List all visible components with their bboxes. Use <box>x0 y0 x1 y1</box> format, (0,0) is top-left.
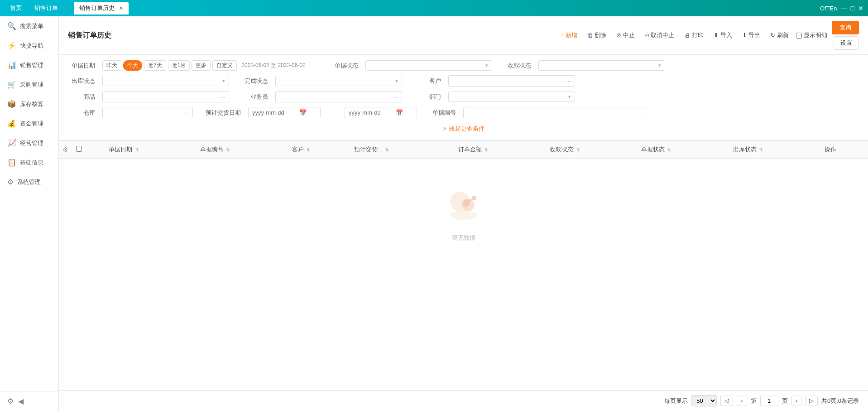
tab-home[interactable]: 首页 <box>5 4 27 12</box>
salesman-input[interactable]: ··· <box>275 91 402 102</box>
minimize-icon[interactable]: — <box>841 5 847 12</box>
date-btn-yesterday[interactable]: 昨天 <box>102 60 121 71</box>
delete-button[interactable]: 🗑 删除 <box>585 29 609 41</box>
sidebar-collapse-icon[interactable]: ◀ <box>18 397 24 406</box>
set-button[interactable]: 设置 <box>834 36 859 50</box>
sidebar-item-search-menu[interactable]: 🔍 搜索菜单 <box>0 16 58 36</box>
table-settings-icon[interactable]: ⚙ <box>62 146 68 153</box>
delivery-date-to[interactable]: 📅 <box>345 107 417 118</box>
window-close-icon[interactable]: ✕ <box>858 5 863 12</box>
sidebar-item-sys-mgmt[interactable]: ⚙ 系统管理 <box>0 172 58 192</box>
sort-delivery-status-icon[interactable]: ⇅ <box>759 147 762 152</box>
dept-select[interactable]: ▾ <box>448 92 575 102</box>
tab-sales-order-history-label: 销售订单历史 <box>79 4 115 12</box>
new-button[interactable]: + 新增 <box>557 29 580 41</box>
delivery-status-select[interactable]: ▾ <box>102 76 229 86</box>
order-status-select[interactable]: ▾ <box>365 60 492 71</box>
complete-status-select[interactable]: ▾ <box>275 76 402 86</box>
sort-date-icon[interactable]: ⇅ <box>135 147 139 152</box>
sort-delivery-date-icon[interactable]: ⇅ <box>385 147 389 152</box>
customer-input[interactable]: ··· <box>448 75 575 87</box>
total-records: 共0页,0条记录 <box>821 397 859 405</box>
date-label: 单据日期 <box>68 62 95 70</box>
sort-receipt-status-icon[interactable]: ⇅ <box>576 147 580 152</box>
page-number-input[interactable] <box>760 396 778 406</box>
th-delivery-date-label: 预计交货... <box>354 146 383 153</box>
filter-date-group: 昨天 今天 近7天 近1月 更多 自定义 2023-06-02 至 2023-0… <box>102 60 306 71</box>
query-button[interactable]: 查询 <box>832 21 859 34</box>
sort-customer-icon[interactable]: ⇅ <box>306 147 310 152</box>
collapse-row[interactable]: ∧ 收起更多条件 <box>68 123 859 135</box>
empty-area: 暂无数据 <box>59 159 868 269</box>
tab-sales-order-history-close[interactable]: ✕ <box>119 5 123 11</box>
complete-label: 完成状态 <box>241 77 268 85</box>
page-unit-label: 页 <box>782 397 788 405</box>
delivery-date-from[interactable]: 📅 <box>248 107 321 118</box>
svg-point-5 <box>472 196 476 200</box>
date-btn-custom[interactable]: 自定义 <box>212 60 237 71</box>
select-all-checkbox[interactable] <box>76 146 82 152</box>
sidebar-item-quick-nav[interactable]: ⚡ 快捷导航 <box>0 36 58 55</box>
tab-sales-order-history[interactable]: 销售订单历史 ✕ <box>74 2 129 15</box>
next-page-button[interactable]: › <box>791 396 801 406</box>
th-order-status-label: 单据状态 <box>641 146 665 153</box>
calendar-to-icon: 📅 <box>396 109 403 116</box>
sort-order-no-icon[interactable]: ⇅ <box>226 147 230 152</box>
sort-amount-icon[interactable]: ⇅ <box>484 147 488 152</box>
sidebar-bottom: ⚙ ◀ <box>0 391 58 411</box>
sidebar-item-sales-mgmt[interactable]: 📊 销售管理 <box>0 55 58 75</box>
tab-sales-order[interactable]: 销售订单 ✕ <box>29 2 72 15</box>
table-area: ⚙ 单据日期 ⇅ 单据编号 ⇅ <box>59 140 868 390</box>
refresh-button[interactable]: ↻ 刷新 <box>767 29 791 41</box>
warehouse-input[interactable]: ··· <box>102 107 193 118</box>
page-size-select[interactable]: 50 10 20 100 <box>691 395 717 406</box>
sidebar-item-capital-mgmt[interactable]: 💰 资金管理 <box>0 114 58 133</box>
tab-sales-order-close[interactable]: ✕ <box>62 5 67 11</box>
svg-point-0 <box>450 211 477 220</box>
date-btn-1month[interactable]: 近1月 <box>168 60 190 71</box>
sidebar-item-inventory[interactable]: 📦 库存核算 <box>0 94 58 114</box>
salesman-label: 业务员 <box>241 93 268 101</box>
export-button[interactable]: ⬇ 导出 <box>739 29 763 41</box>
print-button[interactable]: 🖨 打印 <box>682 29 707 41</box>
cancel-stop-button[interactable]: ⊙ 取消中止 <box>642 29 677 41</box>
complete-status-arrow: ▾ <box>395 78 398 84</box>
search-menu-icon: 🔍 <box>7 22 16 30</box>
date-btn-today[interactable]: 今天 <box>123 60 142 71</box>
date-btn-more[interactable]: 更多 <box>192 60 211 71</box>
last-page-button[interactable]: ▷ <box>805 396 818 406</box>
th-amount-label: 订单金额 <box>458 146 482 153</box>
th-amount: 订单金额 ⇅ <box>455 141 546 159</box>
sys-mgmt-icon: ⚙ <box>7 178 14 186</box>
stop-button[interactable]: ⊘ 中止 <box>614 29 638 41</box>
toolbar: + 新增 🗑 删除 ⊘ 中止 ⊙ 取消中止 🖨 打印 ⬆ 导入 ⬇ 导出 ↻ 刷… <box>557 21 859 50</box>
sidebar-item-ops-mgmt[interactable]: 📈 经营管理 <box>0 133 58 153</box>
delivery-date-from-input[interactable] <box>252 109 297 116</box>
delivery-date-to-input[interactable] <box>349 109 394 116</box>
first-page-button[interactable]: ◁ <box>720 396 733 406</box>
import-button[interactable]: ⬆ 导入 <box>711 29 735 41</box>
th-order-status: 单据状态 ⇅ <box>638 141 729 159</box>
page-title: 销售订单历史 <box>68 31 111 40</box>
display-detail-checkbox[interactable]: 显示明细 <box>796 31 827 39</box>
sidebar-item-purchase-mgmt[interactable]: 🛒 采购管理 <box>0 75 58 94</box>
pagination: 每页显示 50 10 20 100 ◁ ‹ 第 页 › ▷ 共0页,0条记录 <box>59 390 868 411</box>
quick-nav-icon: ⚡ <box>7 41 16 50</box>
maximize-icon[interactable]: □ <box>851 5 854 12</box>
goods-input[interactable]: ··· <box>102 91 229 102</box>
display-detail-input[interactable] <box>796 33 802 39</box>
salesman-dots: ··· <box>393 93 398 100</box>
order-status-arrow: ▾ <box>485 63 488 68</box>
prev-page-button[interactable]: ‹ <box>737 396 747 406</box>
receipt-status-select[interactable]: ▾ <box>538 60 665 71</box>
filter-row-2: 出库状态 ▾ 完成状态 ▾ 客户 ··· <box>68 75 859 87</box>
sidebar-settings-icon[interactable]: ⚙ <box>7 397 14 406</box>
th-date-label: 单据日期 <box>109 146 132 153</box>
date-btn-7days[interactable]: 近7天 <box>144 60 166 71</box>
sort-order-status-icon[interactable]: ⇅ <box>667 147 671 152</box>
th-checkbox-col <box>72 141 105 159</box>
sidebar-item-basic-info[interactable]: 📋 基础信息 <box>0 153 58 172</box>
main-content: 销售订单历史 + 新增 🗑 删除 ⊘ 中止 ⊙ 取消中止 🖨 打印 ⬆ 导入 ⬇… <box>59 16 868 411</box>
page-size-label: 每页显示 <box>664 397 688 405</box>
order-no-input[interactable] <box>463 107 644 118</box>
